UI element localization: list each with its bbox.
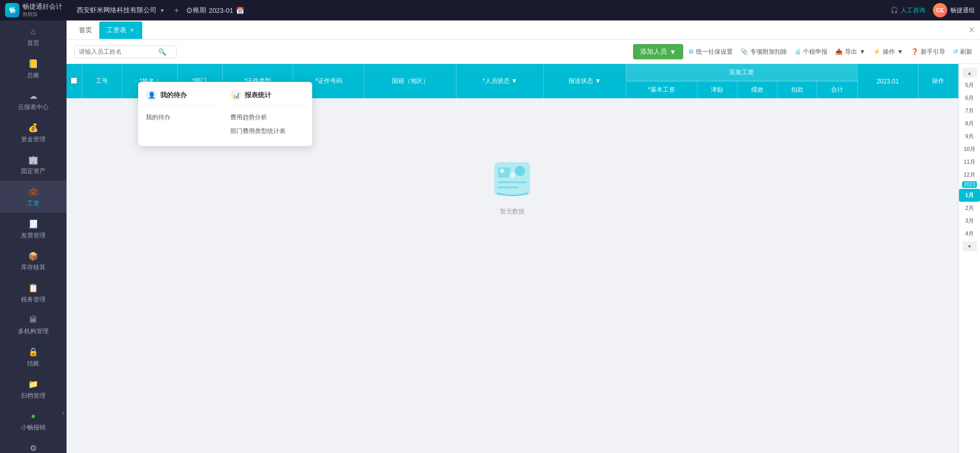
month-item-6[interactable]: 6月 [959,92,980,104]
archive-icon: 📁 [28,379,38,390]
ledger-icon: 📒 [28,59,38,69]
th-base-salary: *基本工资 [626,81,697,99]
month-item-8[interactable]: 8月 [959,117,980,130]
invoice-icon: 🧾 [28,219,38,229]
sidebar-item-xiaochang[interactable]: ● 小畅报销 › [0,405,67,437]
export-btn[interactable]: 📤 导出 ▼ [835,48,865,56]
add-person-label: 添加人员 [640,47,667,56]
user-info[interactable]: CE 畅捷通组 [933,3,975,17]
report-icon: ☁ [28,91,38,101]
sidebar-label-ledger: 总账 [27,72,39,80]
sidebar-item-invoice[interactable]: 🧾 发票管理 [0,213,67,245]
tab-close-button[interactable]: × [129,26,135,34]
month-item-3[interactable]: 3月 [959,214,980,227]
month-prev-btn[interactable]: ▲ [963,68,977,78]
tax-report-btn[interactable]: 🖨 个税申报 [795,48,827,56]
calendar-icon[interactable]: 📅 [236,7,244,14]
th-bonus: 绩效 [737,81,777,99]
close-acct-icon: 🔒 [28,347,38,357]
svg-point-5 [500,169,504,173]
month-item-5[interactable]: 5月 [959,79,980,92]
refresh-btn[interactable]: ↺ 刷新 [953,48,972,56]
social-insurance-icon: ⚙ [688,48,694,55]
th-deduct: 扣款 [777,81,817,99]
sidebar-label-tax: 税务管理 [21,296,46,304]
sidebar-item-multi[interactable]: 🏛 多机构管理 [0,309,67,341]
month-item-11[interactable]: 11月 [959,156,980,168]
popup-item-cost-trend[interactable]: 费用趋势分析 [230,111,304,124]
app-sub: 旗舰版 [23,11,62,18]
sidebar-label-inventory: 库存核算 [21,264,46,272]
close-page-button[interactable]: ✕ [968,25,975,35]
popup-col-report-header: 📊 报表统计 [230,90,304,105]
sidebar-item-funds[interactable]: 💰 资金管理 [0,117,67,149]
operate-btn[interactable]: ⚡ 操作 ▼ [873,48,903,56]
month-next-btn[interactable]: ▼ [963,241,977,251]
month-item-1[interactable]: 1月 [959,189,980,202]
search-icon[interactable]: 🔍 [158,48,166,56]
sidebar-item-tax[interactable]: 📋 税务管理 [0,277,67,309]
th-subsidy: 津贴 [697,81,737,99]
toolbar: 🔍 添加人员 ▼ ⚙ 统一社保设置 📎 专项附加扣除 🖨 个税申报 [67,40,980,64]
avatar: CE [933,3,947,17]
th-checkbox[interactable] [67,64,82,98]
tax-icon: 📋 [28,283,38,293]
sidebar-label-invoice: 发票管理 [21,232,46,240]
new-guide-icon: ❓ [911,48,919,55]
sidebar-item-ledger[interactable]: 📒 总账 [0,53,67,85]
sidebar-item-inventory[interactable]: 📦 库存核算 [0,245,67,277]
month-item-2[interactable]: 2月 [959,202,980,214]
th-total: 合计 [817,81,857,99]
popup-todo-title: 我的待办 [160,91,187,100]
new-guide-btn[interactable]: ❓ 新手引导 [911,48,945,56]
special-deduction-btn[interactable]: 📎 专项附加扣除 [741,48,787,56]
popup-item-dept-cost[interactable]: 部门费用类型统计表 [230,124,304,138]
empty-illustration [487,160,538,201]
special-deduction-icon: 📎 [741,48,748,55]
settings-icon[interactable]: ⚙ [186,6,193,15]
th-status: *人员状态 ▼ [456,64,543,98]
add-person-button[interactable]: 添加人员 ▼ [633,44,683,59]
sidebar-item-report[interactable]: ☁ 云报表中心 [0,84,67,117]
add-button[interactable]: ＋ [172,5,181,16]
select-all-checkbox[interactable] [71,77,77,84]
month-item-7[interactable]: 7月 [959,104,980,117]
month-item-12[interactable]: 12月 [959,168,980,181]
support-label: 人工咨询 [901,6,925,15]
tab-salary-table[interactable]: 工资表 × [99,21,142,39]
popup-report-title: 报表统计 [245,91,271,100]
company-selector[interactable]: 西安虾米网络科技有限公司 ▼ [77,6,165,15]
sidebar-item-assets[interactable]: 🏢 固定资产 [0,148,67,181]
th-action: 操作 [918,64,958,98]
month-item-10[interactable]: 10月 [959,143,980,156]
add-chevron-icon: ▼ [669,48,676,56]
dropdown-popup: 👤 我的待办 我的待办 📊 报表统计 费用趋势分析 [138,82,312,146]
inventory-icon: 📦 [28,251,38,261]
popup-item-my-todo[interactable]: 我的待办 [146,111,220,124]
sidebar-item-archive[interactable]: 📁 归档管理 [0,373,67,405]
month-item-9[interactable]: 9月 [959,130,980,143]
sidebar-item-salary[interactable]: 💼 工资 [0,181,67,213]
top-header: 畅 畅捷通好会计 旗舰版 西安虾米网络科技有限公司 ▼ ＋ ⚙ 账期 2023-… [0,0,980,20]
sidebar-label-close: 结账 [27,360,39,368]
social-insurance-btn[interactable]: ⚙ 统一社保设置 [688,48,733,56]
sidebar-item-settings[interactable]: ⚙ 基础设置 [0,437,67,453]
app-logo: 畅 [5,3,19,17]
report-popup-icon: 📊 [230,90,242,101]
th-nationality: 国籍（地区） [364,64,456,98]
tax-report-label: 个税申报 [803,48,827,56]
period-label: 账期 [193,6,206,15]
headset-icon: 🎧 [890,7,898,14]
search-input[interactable] [79,48,156,55]
tab-home[interactable]: 首页 [72,21,99,39]
sidebar-item-home[interactable]: ⌂ 首页 [0,20,67,53]
app-name-area: 畅捷通好会计 旗舰版 [23,3,62,18]
search-box: 🔍 [74,46,177,58]
user-support[interactable]: 🎧 人工咨询 [890,6,925,15]
new-guide-label: 新手引导 [921,48,945,56]
empty-state: 暂无数据 [67,129,959,247]
month-item-4[interactable]: 4月 [959,227,980,240]
multi-icon: 🏛 [28,315,38,325]
sidebar-item-close[interactable]: 🔒 结账 [0,341,67,373]
popup-col-report: 📊 报表统计 费用趋势分析 部门费用类型统计表 [230,90,304,138]
